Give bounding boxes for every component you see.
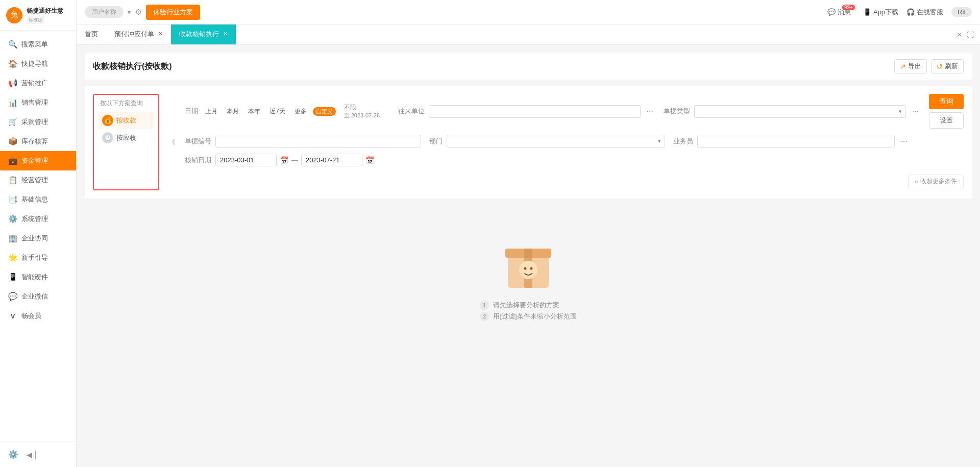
message-btn[interactable]: 💬 消息 99+: [827, 8, 851, 17]
sidebar-item-enterprise[interactable]: 🏢 企业协同: [0, 229, 76, 248]
sidebar-item-wecom[interactable]: 💬 企业微信: [0, 287, 76, 306]
collapse-icon: 《: [168, 138, 176, 147]
refresh-btn[interactable]: ↺ 刷新: [931, 59, 964, 73]
tab-prepay-close[interactable]: ✕: [158, 31, 163, 37]
collapse-more-btn[interactable]: « 收起更多条件: [908, 175, 964, 188]
filter-row-1: 日期 上月 本月 本年 近7天 更多 自定义 不限 至 2023-: [185, 94, 964, 129]
filter-dept-field: 部门: [429, 135, 666, 148]
dept-select[interactable]: [447, 135, 666, 148]
partner-input[interactable]: [429, 105, 641, 118]
empty-step-2: 2 用[过滤]条件来缩小分析范围: [480, 312, 576, 321]
page-header: 收款核销执行(按收款) ↗ 导出 ↺ 刷新: [85, 53, 972, 80]
sidebar-item-marketing[interactable]: 📢 营销推广: [0, 73, 76, 93]
empty-text: 1 请先选择要分析的方案 2 用[过滤]条件来缩小分析范围: [480, 299, 576, 323]
staff-ellipsis-btn[interactable]: ···: [899, 137, 910, 146]
date-nolimit-label: 不限: [344, 103, 390, 112]
svg-point-3: [519, 261, 537, 279]
date-7days[interactable]: 近7天: [266, 106, 288, 117]
verify-date-end-cal-icon[interactable]: 📅: [365, 156, 374, 164]
collapse-more-label: 收起更多条件: [920, 177, 957, 186]
tab-home[interactable]: 首页: [77, 24, 106, 44]
filter-panel: 按以下方案查询 💰 按收款 🕐 按应收 《: [85, 86, 972, 199]
sidebar-item-guide[interactable]: 🌟 新手引导: [0, 248, 76, 267]
gear-icon[interactable]: ⚙: [135, 7, 142, 17]
sidebar-item-system[interactable]: ⚙️ 系统管理: [0, 209, 76, 229]
date-this-month[interactable]: 本月: [224, 106, 242, 117]
collapse-handle[interactable]: 《: [167, 94, 177, 190]
filter-partner-field: 往来单位 ···: [398, 105, 655, 118]
tab-prepay[interactable]: 预付冲应付单 ✕: [106, 24, 171, 44]
sidebar-item-basic[interactable]: 📑 基础信息: [0, 190, 76, 209]
filter-option-receivable[interactable]: 🕐 按应收: [98, 129, 154, 146]
edition-badge: 标准版: [27, 16, 44, 24]
sidebar-item-shortcut[interactable]: 🏠 快捷导航: [0, 54, 76, 73]
date-nolimit-info: 不限 至 2023-07-26: [344, 103, 390, 119]
sidebar-item-member[interactable]: V 畅会员: [0, 306, 76, 326]
verify-date-end-input[interactable]: 2023-07-21: [301, 154, 362, 166]
sidebar-item-purchase[interactable]: 🛒 采购管理: [0, 112, 76, 132]
content-area: 收款核销执行(按收款) ↗ 导出 ↺ 刷新 按以下方案查询 💰 按收款: [77, 45, 980, 467]
doctype-select[interactable]: [694, 105, 906, 118]
partner-label: 往来单位: [398, 107, 425, 116]
setting-btn[interactable]: 设置: [929, 112, 964, 129]
date-more[interactable]: 更多: [291, 106, 310, 117]
chevron-down-icon[interactable]: ▾: [128, 9, 131, 16]
sidebar-label-purchase: 采购管理: [21, 117, 48, 127]
sidebar-item-operation[interactable]: 📋 经营管理: [0, 170, 76, 190]
date-this-year[interactable]: 本年: [245, 106, 263, 117]
sidebar-item-sales[interactable]: 📊 销售管理: [0, 93, 76, 112]
step-num-1: 1: [480, 301, 489, 310]
topbar-left: 用户名称 ▾ ⚙ 休验行业方案: [85, 5, 819, 20]
export-btn[interactable]: ↗ 导出: [894, 59, 927, 73]
settings-icon[interactable]: ⚙️: [8, 450, 18, 459]
phone-icon: 📱: [863, 8, 871, 16]
doctype-ellipsis-btn[interactable]: ···: [910, 107, 921, 116]
collapse-row: « 收起更多条件: [185, 173, 964, 190]
sidebar-label-search: 搜索菜单: [21, 40, 48, 49]
date-last-month[interactable]: 上月: [202, 106, 220, 117]
staff-label: 业务员: [673, 137, 693, 146]
date-label: 日期: [185, 107, 198, 116]
logo: 兔 畅捷通好生意 标准版: [0, 0, 76, 31]
verify-date-label: 核销日期: [185, 156, 211, 165]
docno-input[interactable]: [215, 135, 421, 148]
doctype-label: 单据类型: [664, 107, 690, 116]
sidebar-item-finance[interactable]: 💼 资金管理: [0, 151, 76, 170]
solution-btn[interactable]: 休验行业方案: [146, 5, 200, 20]
date-custom-tag: 自定义: [313, 107, 336, 116]
sidebar-label-sales: 销售管理: [21, 98, 48, 107]
query-btn[interactable]: 查询: [929, 94, 964, 109]
hardware-icon: 📱: [8, 273, 17, 282]
filter-row-2: 单据编号 部门 业务员 ···: [185, 135, 964, 148]
empty-step-1: 1 请先选择要分析的方案: [480, 301, 576, 310]
inventory-icon: 📦: [8, 137, 17, 146]
sidebar-item-search[interactable]: 🔍 搜索菜单: [0, 35, 76, 54]
sidebar-item-inventory[interactable]: 📦 库存核算: [0, 132, 76, 151]
tab-actions: ✕ ⛶: [950, 24, 980, 44]
collapse-icon: «: [915, 178, 918, 185]
verify-date-start-cal-icon[interactable]: 📅: [280, 156, 288, 164]
sidebar-label-finance: 资金管理: [21, 156, 48, 165]
topbar-username: Rit: [951, 7, 972, 17]
tab-close-window-btn[interactable]: ✕: [957, 31, 963, 39]
verify-date-start-input[interactable]: 2023-03-01: [215, 154, 277, 166]
tab-home-label: 首页: [85, 30, 98, 39]
tab-receipt-verify-close[interactable]: ✕: [223, 31, 228, 37]
filter-doctype-field: 单据类型 ···: [664, 105, 921, 118]
filter-option-receivable-label: 按应收: [116, 133, 136, 142]
online-support-btn[interactable]: 🎧 在线客服: [906, 8, 943, 17]
filter-option-receipt[interactable]: 💰 按收款: [98, 112, 154, 129]
tab-receipt-verify[interactable]: 收款核销执行 ✕: [171, 24, 236, 44]
app-download-btn[interactable]: 📱 App下载: [863, 8, 898, 17]
page-title: 收款核销执行(按收款): [93, 61, 172, 72]
enterprise-icon: 🏢: [8, 234, 17, 243]
tabbar: 首页 预付冲应付单 ✕ 收款核销执行 ✕ ✕ ⛶: [77, 24, 980, 45]
tab-expand-btn[interactable]: ⛶: [967, 31, 974, 39]
partner-ellipsis-btn[interactable]: ···: [645, 107, 655, 116]
collapse-sidebar-btn[interactable]: ◀║: [27, 451, 37, 459]
dept-label: 部门: [429, 137, 443, 146]
staff-input[interactable]: [697, 135, 894, 148]
sidebar-item-hardware[interactable]: 📱 智能硬件: [0, 267, 76, 287]
refresh-label: 刷新: [945, 62, 958, 71]
sidebar: 兔 畅捷通好生意 标准版 🔍 搜索菜单 🏠 快捷导航 📢 营销推广 📊 销售管理…: [0, 0, 77, 467]
